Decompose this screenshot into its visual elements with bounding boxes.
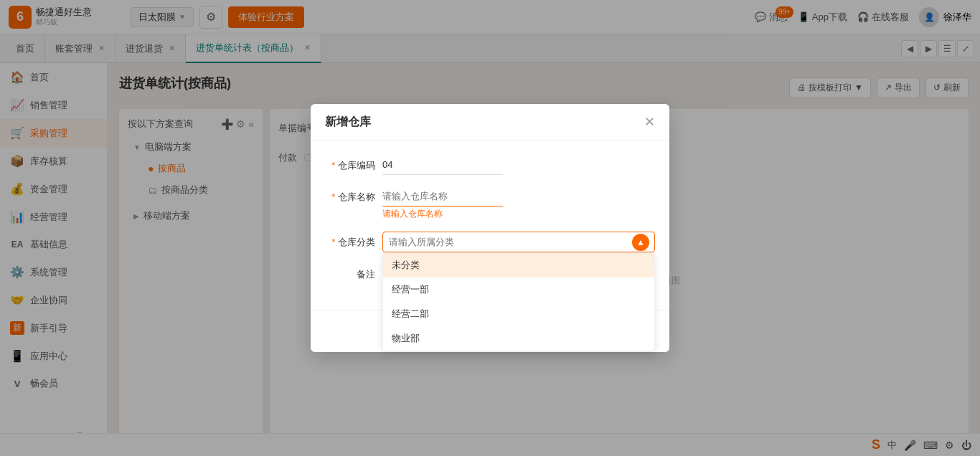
modal-close-button[interactable]: ✕	[644, 114, 655, 130]
warehouse-code-input[interactable]	[382, 155, 503, 175]
category-label: 仓库分类	[325, 232, 375, 249]
category-dropdown: 未分类 经营一部 经营二部 物业部	[382, 252, 655, 351]
modal-overlay: 新增仓库 ✕ 仓库编码 仓库名称 请输入仓库名称 仓库分类	[0, 0, 980, 456]
warehouse-name-row: 仓库名称 请输入仓库名称	[325, 186, 655, 220]
modal-title: 新增仓库	[325, 115, 371, 130]
modal-header: 新增仓库 ✕	[311, 104, 669, 141]
dropdown-item-dept1[interactable]: 经营一部	[383, 277, 654, 302]
remark-label: 备注	[325, 264, 375, 281]
name-error-msg: 请输入仓库名称	[382, 208, 655, 220]
name-input-wrap: 请输入仓库名称	[382, 186, 655, 220]
category-wrap: ▲ 未分类 经营一部 经营二部 物业部	[382, 232, 655, 252]
new-warehouse-modal: 新增仓库 ✕ 仓库编码 仓库名称 请输入仓库名称 仓库分类	[311, 104, 669, 352]
category-input[interactable]	[382, 232, 655, 252]
dropdown-item-dept3[interactable]: 物业部	[383, 326, 654, 351]
warehouse-name-input[interactable]	[382, 186, 503, 206]
warehouse-category-row: 仓库分类 ▲ 未分类 经营一部 经营二部 物业部	[325, 232, 655, 252]
code-input-wrap	[382, 155, 655, 175]
dropdown-item-dept2[interactable]: 经营二部	[383, 302, 654, 326]
category-toggle-icon[interactable]: ▲	[632, 234, 649, 251]
name-label: 仓库名称	[325, 186, 375, 204]
warehouse-code-row: 仓库编码	[325, 155, 655, 175]
dropdown-item-uncategorized[interactable]: 未分类	[383, 253, 654, 277]
code-label: 仓库编码	[325, 155, 375, 172]
modal-body: 仓库编码 仓库名称 请输入仓库名称 仓库分类 ▲	[311, 141, 669, 310]
